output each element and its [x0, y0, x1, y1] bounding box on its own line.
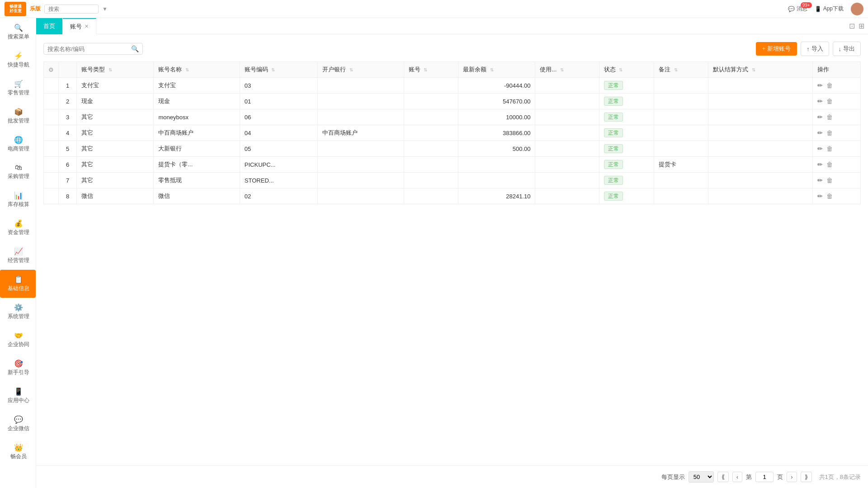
- top-search-input[interactable]: [44, 5, 99, 14]
- col-remark[interactable]: 备注 ⇅: [654, 62, 708, 78]
- col-open-bank[interactable]: 开户银行 ⇅: [318, 62, 404, 78]
- page-content: 🔍 + 新增账号 ↑ 导入 ↓ 导出: [36, 34, 868, 465]
- sidebar-item-quick-nav[interactable]: ⚡ 快捷导航: [0, 46, 36, 74]
- sidebar-item-search-menu[interactable]: 🔍 搜索菜单: [0, 18, 36, 46]
- row-open-bank: [318, 109, 404, 125]
- edit-button[interactable]: ✏: [817, 98, 823, 105]
- col-latest-balance[interactable]: 最新余额 ⇅: [458, 62, 535, 78]
- row-open-bank: [318, 141, 404, 157]
- edit-button[interactable]: ✏: [817, 82, 823, 89]
- sidebar-item-purchase-manage[interactable]: 🛍 采购管理: [0, 158, 36, 186]
- edit-button[interactable]: ✏: [817, 177, 823, 184]
- delete-button[interactable]: 🗑: [826, 192, 833, 200]
- edit-button[interactable]: ✏: [817, 145, 823, 152]
- edit-button[interactable]: ✏: [817, 192, 823, 200]
- sidebar-item-operations-manage[interactable]: 📈 经营管理: [0, 242, 36, 270]
- col-account-type[interactable]: 账号类型 ⇅: [77, 62, 154, 78]
- search-icon[interactable]: 🔍: [131, 45, 139, 52]
- sort-arrows-icon[interactable]: ⇅: [752, 67, 755, 72]
- sort-arrows-icon[interactable]: ⇅: [185, 67, 189, 72]
- delete-button[interactable]: 🗑: [826, 82, 833, 89]
- next-page-button[interactable]: ›: [787, 472, 797, 482]
- sidebar-item-company-wechat[interactable]: 💬 企业微信: [0, 410, 36, 438]
- sidebar-item-member[interactable]: 👑 畅会员: [0, 438, 36, 466]
- sidebar-item-wholesale-manage[interactable]: 📦 批发管理: [0, 102, 36, 130]
- dropdown-arrow-icon[interactable]: ▼: [102, 6, 108, 12]
- col-actions-label: 操作: [817, 66, 829, 73]
- sidebar-item-inventory-check[interactable]: 📊 库存核算: [0, 186, 36, 214]
- col-account-name[interactable]: 账号名称 ⇅: [154, 62, 240, 78]
- sidebar-item-label: 应用中心: [3, 397, 34, 404]
- delete-button[interactable]: 🗑: [826, 177, 833, 184]
- sort-arrows-icon[interactable]: ⇅: [424, 67, 427, 72]
- prev-page-button[interactable]: ‹: [732, 472, 742, 482]
- col-account-label: 账号: [409, 66, 420, 73]
- col-account-code[interactable]: 账号编码 ⇅: [240, 62, 317, 78]
- sidebar-item-label: 新手引导: [3, 369, 34, 376]
- sort-arrows-icon[interactable]: ⇅: [490, 67, 494, 72]
- col-usage[interactable]: 使用... ⇅: [535, 62, 599, 78]
- sidebar-item-app-center[interactable]: 📱 应用中心: [0, 382, 36, 410]
- edit-button[interactable]: ✏: [817, 113, 823, 121]
- row-account-name: 支付宝: [154, 78, 240, 94]
- status-badge: 正常: [604, 160, 623, 169]
- edit-button[interactable]: ✏: [817, 129, 823, 136]
- delete-button[interactable]: 🗑: [826, 161, 833, 168]
- tab-account[interactable]: 账号 ✕: [63, 18, 96, 34]
- last-page-button[interactable]: ⟫: [801, 472, 812, 482]
- row-index: 4: [59, 125, 77, 141]
- sort-arrows-icon[interactable]: ⇅: [349, 67, 353, 72]
- row-actions: ✏ 🗑: [813, 109, 861, 125]
- tab-home[interactable]: 首页: [36, 18, 63, 34]
- sidebar-item-company-agreement[interactable]: 🤝 企业协同: [0, 326, 36, 354]
- row-account-code: 01: [240, 94, 317, 109]
- sidebar-item-finance-manage[interactable]: 💰 资金管理: [0, 214, 36, 242]
- row-open-bank: [318, 188, 404, 204]
- delete-button[interactable]: 🗑: [826, 145, 833, 152]
- col-account[interactable]: 账号 ⇅: [404, 62, 458, 78]
- sort-arrows-icon[interactable]: ⇅: [560, 67, 564, 72]
- sidebar-item-ecommerce-manage[interactable]: 🌐 电商管理: [0, 130, 36, 158]
- sort-arrows-icon[interactable]: ⇅: [619, 67, 623, 72]
- sidebar-item-retail-manage[interactable]: 🛒 零售管理: [0, 74, 36, 102]
- search-input[interactable]: [47, 46, 129, 52]
- tab-minimize-icon[interactable]: ⊡: [849, 22, 855, 30]
- sort-arrows-icon[interactable]: ⇅: [674, 67, 678, 72]
- sort-arrows-icon[interactable]: ⇅: [108, 67, 112, 72]
- add-account-button[interactable]: + 新增账号: [756, 42, 797, 56]
- sidebar-item-new-guide[interactable]: 🎯 新手引导: [0, 354, 36, 382]
- row-latest-balance: 500.00: [458, 141, 535, 157]
- sidebar-item-basic-info[interactable]: 📋 基础信息: [0, 270, 36, 298]
- col-status[interactable]: 状态 ⇅: [599, 62, 654, 78]
- import-label: 导入: [811, 45, 823, 53]
- app-center-icon: 📱: [3, 387, 34, 396]
- sort-arrows-icon[interactable]: ⇅: [271, 67, 275, 72]
- logo-icon: 畅捷通好生意: [5, 2, 26, 16]
- settings-icon[interactable]: ⚙: [48, 66, 54, 73]
- import-button[interactable]: ↑ 导入: [801, 42, 829, 56]
- toolbar-right: + 新增账号 ↑ 导入 ↓ 导出: [756, 42, 861, 56]
- toolbar: 🔍 + 新增账号 ↑ 导入 ↓ 导出: [43, 42, 861, 56]
- edit-button[interactable]: ✏: [817, 161, 823, 168]
- tab-account-close[interactable]: ✕: [85, 23, 89, 29]
- col-settings[interactable]: ⚙: [44, 62, 59, 78]
- export-button[interactable]: ↓ 导出: [833, 42, 861, 56]
- delete-button[interactable]: 🗑: [826, 129, 833, 136]
- avatar[interactable]: [851, 3, 863, 15]
- page-input[interactable]: 1: [755, 472, 774, 482]
- delete-button[interactable]: 🗑: [826, 98, 833, 105]
- per-page-select[interactable]: 50 20 100: [689, 471, 714, 483]
- row-account-type: 其它: [77, 125, 154, 141]
- search-box[interactable]: 🔍: [43, 43, 143, 55]
- row-account-type: 现金: [77, 94, 154, 109]
- first-page-button[interactable]: ⟪: [717, 472, 729, 482]
- col-default-settlement[interactable]: 默认结算方式 ⇅: [708, 62, 813, 78]
- table-row: 4 其它 中百商场账户 04 中百商场账户 383866.00 正常 ✏ 🗑: [44, 125, 861, 141]
- delete-button[interactable]: 🗑: [826, 113, 833, 121]
- tab-maximize-icon[interactable]: ⊞: [859, 22, 864, 30]
- row-open-bank: [318, 94, 404, 109]
- sidebar-item-system-manage[interactable]: ⚙️ 系统管理: [0, 298, 36, 326]
- status-badge: 正常: [604, 144, 623, 153]
- message-button[interactable]: 💬 消息 99+: [788, 5, 807, 13]
- download-button[interactable]: 📱 App下载: [815, 5, 844, 13]
